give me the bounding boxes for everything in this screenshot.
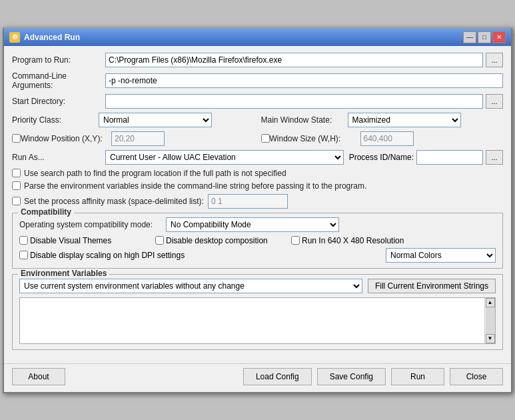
save-config-button[interactable]: Save Config	[317, 368, 386, 385]
close-button[interactable]: Close	[450, 368, 503, 385]
processid-input[interactable]	[416, 150, 483, 165]
env-scrollbar: ▲ ▼	[484, 298, 495, 343]
disable-composition-item: Disable desktop composition	[155, 236, 288, 245]
env-select[interactable]: Use current system environment variables…	[19, 279, 362, 293]
processid-browse-button[interactable]: ...	[486, 150, 503, 165]
fill-env-button[interactable]: Fill Current Environment Strings	[368, 279, 496, 293]
disable-scaling-label: Disable display scaling on high DPI sett…	[30, 251, 185, 260]
colors-select[interactable]: Normal Colors 256 Colors 65536 Colors	[386, 248, 496, 263]
size-input[interactable]	[360, 131, 414, 146]
disable-scaling-item: Disable display scaling on high DPI sett…	[19, 251, 386, 260]
scrollbar-down-button[interactable]: ▼	[486, 334, 495, 343]
os-compat-row: Operating system compatibility mode: No …	[19, 217, 496, 232]
position-input[interactable]	[111, 131, 165, 146]
maximize-button[interactable]: □	[478, 31, 491, 43]
searchpath-row: Use search path to find the program loca…	[12, 169, 503, 178]
parseenv-label: Parse the environment variables inside t…	[24, 181, 366, 191]
runas-row: Run As... Current User - Allow UAC Eleva…	[12, 150, 503, 165]
window-position-checkbox[interactable]	[12, 134, 21, 143]
parseenv-row: Parse the environment variables inside t…	[12, 181, 503, 191]
cmdline-input[interactable]	[105, 73, 503, 88]
affinity-checkbox[interactable]	[12, 197, 21, 205]
disable-themes-item: Disable Visual Themes	[19, 236, 153, 245]
close-window-button[interactable]: ✕	[492, 31, 506, 43]
env-textarea[interactable]	[20, 298, 483, 343]
disable-themes-label: Disable Visual Themes	[30, 236, 111, 245]
disable-composition-checkbox[interactable]	[155, 236, 164, 245]
runas-label: Run As...	[12, 153, 105, 162]
priority-windowstate-row: Priority Class: Normal Idle Below Normal…	[12, 113, 503, 127]
affinity-input[interactable]	[208, 194, 288, 209]
window-size-checkbox[interactable]	[261, 134, 270, 143]
title-bar: ⚙ Advanced Run — □ ✕	[4, 29, 511, 46]
run-640-checkbox[interactable]	[291, 236, 300, 245]
position-label: Window Position (X,Y):	[21, 134, 107, 143]
windowstate-col: Main Window State: Maximized Normal Mini…	[261, 113, 504, 127]
run-640-item: Run In 640 X 480 Resolution	[291, 236, 424, 245]
env-textarea-container: ▲ ▼	[19, 297, 496, 344]
scrollbar-up-button[interactable]: ▲	[486, 298, 495, 307]
windowstate-label: Main Window State:	[261, 115, 348, 125]
compatibility-group: Compatibility Operating system compatibi…	[12, 213, 503, 269]
title-controls: — □ ✕	[463, 31, 506, 43]
size-col: Window Size (W,H):	[261, 131, 504, 146]
about-button[interactable]: About	[12, 368, 65, 385]
compat-checks-row2: Disable display scaling on high DPI sett…	[19, 248, 496, 263]
compat-checks-row1: Disable Visual Themes Disable desktop co…	[19, 236, 496, 245]
compatibility-group-title: Compatibility	[18, 207, 74, 217]
os-compat-select[interactable]: No Compatibility Mode Windows XP Windows…	[166, 217, 339, 232]
scrollbar-track	[486, 307, 495, 334]
cmdline-label: Command-Line Arguments:	[12, 71, 105, 90]
program-row: Program to Run: ...	[12, 53, 503, 67]
env-select-row: Use current system environment variables…	[19, 279, 496, 293]
position-size-row: Window Position (X,Y): Window Size (W,H)…	[12, 131, 503, 146]
priority-col: Priority Class: Normal Idle Below Normal…	[12, 113, 255, 127]
priority-select[interactable]: Normal Idle Below Normal Above Normal Hi…	[99, 113, 212, 127]
affinity-row: Set the process affinity mask (space-del…	[12, 194, 503, 209]
size-label: Window Size (W,H):	[270, 134, 356, 143]
footer-right: Load Config Save Config Run Close	[243, 368, 503, 385]
priority-label: Priority Class:	[12, 115, 99, 125]
startdir-row: Start Directory: ...	[12, 94, 503, 109]
searchpath-label: Use search path to find the program loca…	[24, 169, 286, 178]
cmdline-row: Command-Line Arguments:	[12, 71, 503, 90]
main-window: ⚙ Advanced Run — □ ✕ Program to Run: ...…	[3, 27, 512, 393]
title-bar-left: ⚙ Advanced Run	[9, 32, 80, 43]
minimize-button[interactable]: —	[463, 31, 476, 43]
environment-group: Environment Variables Use current system…	[12, 274, 503, 350]
windowstate-select[interactable]: Maximized Normal Minimized Hidden	[348, 113, 461, 127]
colors-row: Normal Colors 256 Colors 65536 Colors	[386, 248, 496, 263]
startdir-label: Start Directory:	[12, 97, 105, 106]
parseenv-checkbox[interactable]	[12, 181, 21, 190]
window-title: Advanced Run	[24, 33, 80, 42]
os-compat-label: Operating system compatibility mode:	[19, 220, 166, 229]
runas-select[interactable]: Current User - Allow UAC Elevation Curre…	[105, 150, 344, 165]
processid-label: Process ID/Name:	[349, 153, 414, 162]
affinity-label: Set the process affinity mask (space-del…	[24, 197, 204, 206]
startdir-browse-button[interactable]: ...	[486, 94, 503, 109]
run-640-label: Run In 640 X 480 Resolution	[302, 236, 404, 245]
disable-composition-label: Disable desktop composition	[166, 236, 268, 245]
environment-group-title: Environment Variables	[18, 269, 109, 278]
program-input[interactable]	[105, 53, 483, 67]
footer: About Load Config Save Config Run Close	[4, 363, 511, 392]
program-browse-button[interactable]: ...	[486, 53, 503, 67]
disable-scaling-checkbox[interactable]	[19, 251, 28, 259]
startdir-input[interactable]	[105, 94, 483, 109]
content-area: Program to Run: ... Command-Line Argumen…	[4, 46, 511, 361]
searchpath-checkbox[interactable]	[12, 169, 21, 177]
run-button[interactable]: Run	[391, 368, 444, 385]
app-icon: ⚙	[9, 32, 20, 43]
disable-themes-checkbox[interactable]	[19, 236, 28, 245]
load-config-button[interactable]: Load Config	[243, 368, 312, 385]
program-label: Program to Run:	[12, 55, 105, 65]
position-col: Window Position (X,Y):	[12, 131, 255, 146]
